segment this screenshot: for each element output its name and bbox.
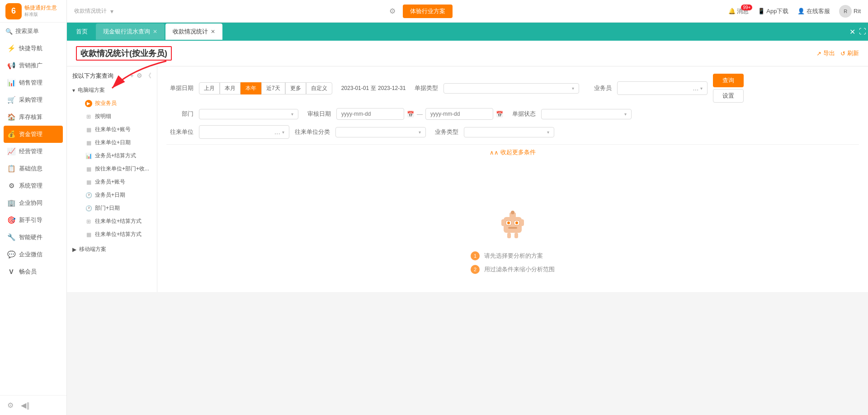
date-btn-last-month[interactable]: 上月 (199, 82, 220, 94)
tree-item-dept-date[interactable]: 🕐 部门+日期 (72, 202, 157, 215)
header-gear-icon[interactable]: ⚙ (389, 7, 396, 15)
sidebar-search-label: 搜索菜单 (15, 27, 39, 35)
collapse-label: 收起更多条件 (500, 148, 536, 156)
tree-item-label-salesperson: 按业务员 (95, 99, 117, 107)
search-icon: 🔍 (5, 28, 13, 35)
sidebar-item-basic[interactable]: 📋 基础信息 (0, 160, 66, 177)
breadcrumb-dropdown-icon[interactable]: ▾ (110, 8, 113, 15)
sidebar-search-item[interactable]: 🔍 搜索菜单 (0, 23, 66, 40)
service-icon: 👤 (797, 8, 805, 14)
tree-item-by-salesperson[interactable]: ▶ 按业务员 (72, 97, 157, 110)
sidebar-item-quick-nav[interactable]: ⚡ 快捷导航 (0, 40, 66, 57)
tree-item-label-dept-date: 部门+日期 (95, 204, 120, 212)
review-date-from-input[interactable] (336, 108, 404, 120)
system-icon: ⚙ (7, 182, 15, 190)
date-btn-this-year[interactable]: 本年 (241, 82, 261, 94)
sidebar-system-label: 系统管理 (19, 182, 42, 190)
panel-settings-icon[interactable]: ⚙ (137, 72, 142, 80)
close-window-icon[interactable]: ✕ (849, 28, 855, 36)
tab-collection[interactable]: 收款情况统计 ✕ (165, 24, 222, 40)
footer-settings-icon[interactable]: ⚙ (7, 401, 14, 410)
tab-bank-flow[interactable]: 现金银行流水查询 ✕ (96, 24, 165, 40)
sidebar-item-guide[interactable]: 🎯 新手引导 (0, 212, 66, 229)
sidebar-item-finance[interactable]: 💰 资金管理 (4, 126, 63, 143)
sidebar-item-hardware[interactable]: 🔧 智能硬件 (0, 229, 66, 246)
tree-group-desktop[interactable]: ▾ 电脑端方案 (67, 84, 157, 97)
date-shortcut-group: 上月 本月 本年 近7天 更多 自定义 (199, 82, 332, 94)
tree-item-supplier-date[interactable]: ▦ 往来单位+日期 (72, 136, 157, 149)
salesperson-input[interactable]: ... ▾ (617, 81, 708, 95)
sidebar-item-wechat[interactable]: 💬 企业微信 (0, 246, 66, 263)
tab-collection-close-icon[interactable]: ✕ (211, 28, 215, 35)
online-service-button[interactable]: 👤 在线客服 (797, 7, 830, 15)
sidebar-item-operations[interactable]: 📈 经营管理 (0, 143, 66, 160)
review-date-group: 📅 — 📅 (336, 108, 503, 120)
svg-point-4 (507, 222, 510, 224)
sidebar-item-enterprise[interactable]: 🏢 企业协同 (0, 194, 66, 212)
tab-collection-label: 收款情况统计 (173, 28, 208, 36)
review-date-to-input[interactable] (425, 108, 493, 120)
tree-item-sup-settle2[interactable]: ▦ 往来单位+结算方式 (72, 228, 157, 241)
message-button[interactable]: 🔔 99+ 消息 (728, 7, 749, 15)
counterpart-category-select[interactable]: ▾ (335, 127, 426, 137)
date-from-value: 2023-01-01 (341, 85, 369, 91)
sidebar-quick-nav-label: 快捷导航 (19, 44, 42, 52)
tree-group-mobile[interactable]: ▶ 移动端方案 (67, 243, 157, 256)
panel-add-icon[interactable]: + (130, 72, 134, 80)
salesperson-filter-label: 业务员 (585, 84, 612, 92)
voucher-status-dropdown-icon: ▾ (624, 112, 627, 117)
review-date-calendar-to-icon[interactable]: 📅 (496, 111, 503, 118)
export-button[interactable]: ↗ 导出 (816, 49, 835, 57)
page-title: 收款情况统计(按业务员) (76, 46, 172, 61)
tree-item-label-sal-acc: 业务员+账号 (95, 178, 125, 186)
tree-item-salesperson-settle[interactable]: 📊 业务员+结算方式 (72, 149, 157, 162)
page-content: 收款情况统计(按业务员) ↗ 导出 ↺ 刷新 按以下方 (67, 41, 868, 415)
date-btn-this-month[interactable]: 本月 (220, 82, 241, 94)
maximize-window-icon[interactable]: ⛶ (859, 28, 866, 36)
tab-bank-flow-close-icon[interactable]: ✕ (153, 28, 157, 35)
date-btn-more[interactable]: 更多 (285, 82, 306, 94)
voucher-status-select[interactable]: ▾ (541, 109, 632, 119)
sidebar-item-member[interactable]: V 畅会员 (0, 263, 66, 280)
user-menu[interactable]: R Rit (839, 5, 861, 18)
tree-item-sup-set2-icon: ▦ (85, 231, 92, 238)
tree-item-label-sup-date: 往来单位+日期 (95, 139, 131, 146)
data-area: 1 请先选择要分析的方案 2 用过滤条件来缩小分析范围 (157, 167, 868, 292)
refresh-button[interactable]: ↺ 刷新 (840, 49, 859, 57)
date-to-value: 2023-12-31 (378, 85, 406, 91)
voucher-type-select[interactable]: ▾ (443, 83, 579, 94)
tree-item-sup-settle1[interactable]: ⊞ 往来单位+结算方式 (72, 215, 157, 228)
date-btn-7days[interactable]: 近7天 (261, 82, 285, 94)
sidebar-item-inventory[interactable]: 🏠 库存核算 (0, 108, 66, 126)
app-download-button[interactable]: 📱 App下载 (758, 7, 788, 15)
tree-item-detail-icon: ⊞ (85, 113, 92, 120)
header-right-actions: 🔔 99+ 消息 📱 App下载 👤 在线客服 R Rit (728, 5, 861, 18)
sidebar-item-purchase[interactable]: 🛒 采购管理 (0, 91, 66, 108)
tree-item-salesperson-account[interactable]: ▦ 业务员+账号 (72, 175, 157, 189)
date-btn-custom[interactable]: 自定义 (306, 82, 332, 94)
member-icon: V (7, 268, 15, 276)
trial-button[interactable]: 体验行业方案 (403, 5, 453, 18)
panel-collapse-icon[interactable]: 《 (145, 72, 151, 80)
tab-home[interactable]: 首页 (69, 24, 95, 40)
settings-button[interactable]: 设置 (713, 89, 744, 103)
dept-select[interactable]: ▾ (199, 109, 298, 119)
salesperson-more-icon[interactable]: ... (691, 84, 700, 92)
review-date-calendar-from-icon[interactable]: 📅 (407, 111, 414, 118)
counterpart-input[interactable]: ... ▾ (199, 125, 289, 139)
sidebar-item-system[interactable]: ⚙ 系统管理 (0, 177, 66, 194)
sidebar-item-marketing[interactable]: 📢 营销推广 (0, 57, 66, 74)
footer-collapse-icon[interactable]: ◀‖ (21, 401, 30, 410)
tree-item-active-icon: ▶ (85, 100, 92, 107)
sidebar-item-sales[interactable]: 📊 销售管理 (0, 74, 66, 91)
tree-item-sal-set-icon: 📊 (85, 152, 92, 160)
collapse-button[interactable]: ∧∧ 收起更多条件 (486, 145, 539, 160)
query-button[interactable]: 查询 (713, 74, 744, 87)
tree-item-supplier-account[interactable]: ▦ 往来单位+账号 (72, 123, 157, 136)
sidebar-purchase-label: 采购管理 (19, 96, 42, 104)
tree-item-supplier-dept[interactable]: ▦ 按往来单位+部门+收... (72, 162, 157, 175)
tree-item-by-detail[interactable]: ⊞ 按明细 (72, 110, 157, 123)
business-type-select[interactable]: ▾ (464, 127, 554, 137)
counterpart-more-icon[interactable]: ... (273, 128, 282, 136)
tree-item-salesperson-date[interactable]: 🕐 业务员+日期 (72, 189, 157, 202)
